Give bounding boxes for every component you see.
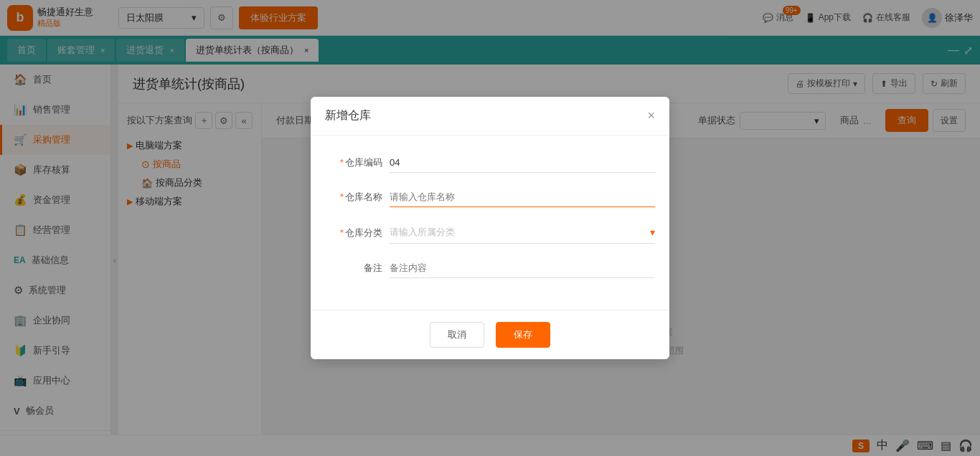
category-label: 仓库分类 xyxy=(325,227,390,239)
modal-overlay[interactable]: 新增仓库 × 仓库编码 仓库名称 仓库分类 请输入所属分类 ▾ xyxy=(0,0,980,456)
form-row-name: 仓库名称 xyxy=(325,187,655,207)
category-select[interactable]: 请输入所属分类 ▾ xyxy=(390,222,655,244)
code-label: 仓库编码 xyxy=(325,156,390,169)
form-row-code: 仓库编码 xyxy=(325,153,655,173)
form-row-note: 备注 xyxy=(325,258,655,278)
cancel-button[interactable]: 取消 xyxy=(430,322,484,348)
modal-header: 新增仓库 × xyxy=(311,97,669,136)
category-placeholder: 请输入所属分类 xyxy=(390,226,650,239)
code-input[interactable] xyxy=(390,153,655,173)
note-input[interactable] xyxy=(390,258,655,278)
modal-title: 新增仓库 xyxy=(325,108,371,123)
modal-close-button[interactable]: × xyxy=(647,108,655,123)
add-warehouse-modal: 新增仓库 × 仓库编码 仓库名称 仓库分类 请输入所属分类 ▾ xyxy=(311,97,669,359)
modal-footer: 取消 保存 xyxy=(311,310,669,359)
save-button[interactable]: 保存 xyxy=(496,322,550,348)
category-arrow-icon: ▾ xyxy=(650,227,655,238)
form-row-category: 仓库分类 请输入所属分类 ▾ xyxy=(325,222,655,244)
name-input[interactable] xyxy=(390,187,655,207)
note-label: 备注 xyxy=(325,262,390,275)
name-label: 仓库名称 xyxy=(325,191,390,204)
modal-body: 仓库编码 仓库名称 仓库分类 请输入所属分类 ▾ 备注 xyxy=(311,136,669,310)
